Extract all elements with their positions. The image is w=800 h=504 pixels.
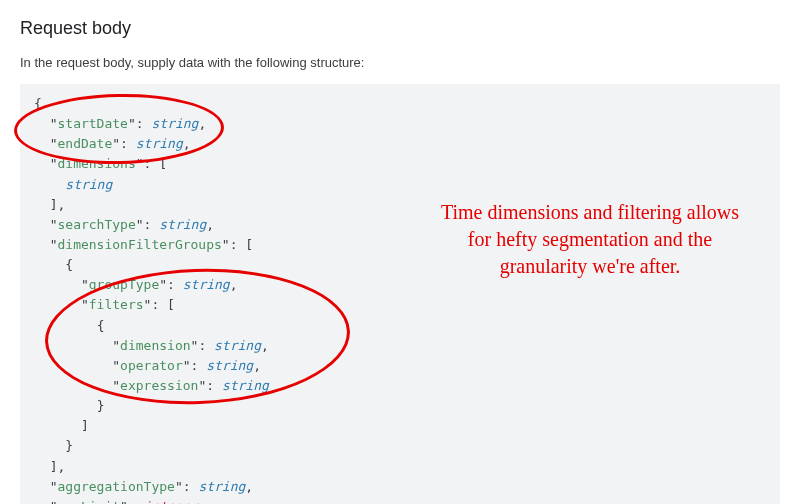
intro-text: In the request body, supply data with th… <box>20 55 780 70</box>
field-dimensionFilterGroups: dimensionFilterGroups <box>57 237 221 252</box>
field-filters: filters <box>89 297 144 312</box>
code-block: { "startDate": string, "endDate": string… <box>20 84 780 504</box>
type-string: string <box>151 116 198 131</box>
field-expression: expression <box>120 378 198 393</box>
type-string: string <box>183 277 230 292</box>
field-dimension: dimension <box>120 338 190 353</box>
field-groupType: groupType <box>89 277 159 292</box>
type-string: string <box>159 217 206 232</box>
field-operator: operator <box>120 358 183 373</box>
field-aggregationType: aggregationType <box>57 479 174 494</box>
type-string: string <box>206 358 253 373</box>
type-string: string <box>136 136 183 151</box>
type-integer: integer <box>144 499 199 504</box>
field-endDate: endDate <box>57 136 112 151</box>
type-string: string <box>198 479 245 494</box>
field-dimensions: dimensions <box>57 156 135 171</box>
type-string: string <box>222 378 269 393</box>
field-searchType: searchType <box>57 217 135 232</box>
type-string: string <box>65 177 112 192</box>
section-heading: Request body <box>20 18 780 39</box>
type-string: string <box>214 338 261 353</box>
field-rowLimit: rowLimit <box>57 499 120 504</box>
annotation-text: Time dimensions and filtering allows for… <box>440 199 740 280</box>
field-startDate: startDate <box>57 116 127 131</box>
